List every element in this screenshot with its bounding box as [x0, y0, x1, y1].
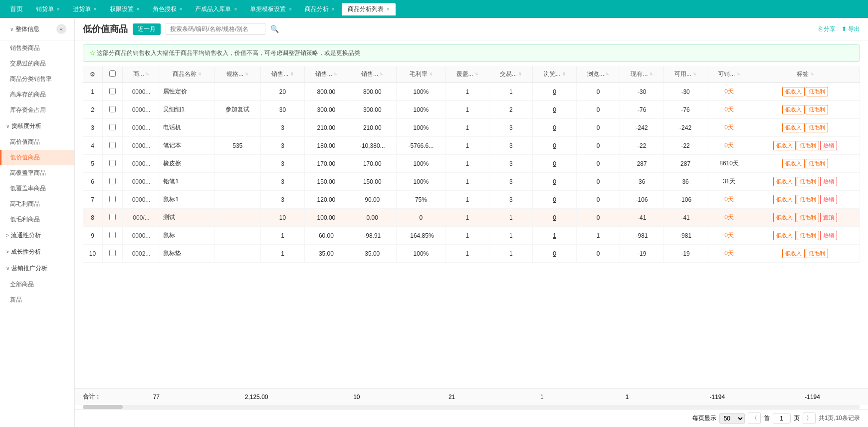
sidebar-section-growth[interactable]: > 成长性分析 — [0, 244, 74, 260]
nav-close-icon[interactable]: × — [180, 6, 183, 12]
row-checkbox[interactable] — [102, 227, 122, 245]
row-checkbox[interactable] — [102, 173, 122, 191]
sidebar-item-low-margin[interactable]: 低毛利商品 — [0, 212, 74, 227]
nav-analysis-list[interactable]: 商品分析列表 × — [342, 3, 396, 15]
row-select-checkbox[interactable] — [109, 142, 116, 148]
row-checkbox[interactable] — [102, 245, 122, 263]
sidebar-section-marketing[interactable]: ∨ 营销推广分析 — [0, 260, 74, 277]
sidebar-item-category-rate[interactable]: 商品分类销售率 — [0, 71, 74, 87]
product-tag: 热销 — [820, 141, 837, 150]
row-select-checkbox[interactable] — [109, 214, 116, 220]
th-tags[interactable]: 标签 ⇅ — [751, 66, 860, 83]
th-available[interactable]: 可用... ⇅ — [663, 66, 707, 83]
row-select-checkbox[interactable] — [109, 124, 116, 130]
row-checkbox[interactable] — [102, 137, 122, 155]
sidebar-item-high-margin[interactable]: 高毛利商品 — [0, 196, 74, 212]
select-all-checkbox[interactable] — [109, 70, 116, 77]
share-btn[interactable]: ⎘ 分享 — [819, 25, 836, 33]
chevron-down-icon: ∨ — [6, 266, 9, 271]
nav-sales[interactable]: 销货单 × — [30, 3, 66, 15]
row-checkbox[interactable] — [102, 209, 122, 227]
th-spec[interactable]: 规格... ⇅ — [215, 66, 261, 83]
row-checkbox[interactable] — [102, 101, 122, 119]
row-s2: 170.00 — [304, 155, 348, 173]
row-checkbox[interactable] — [102, 155, 122, 173]
sidebar-item-high-value[interactable]: 高价值商品 — [0, 134, 74, 150]
nav-roles[interactable]: 角色授权 × — [147, 3, 189, 15]
sidebar-item-low-value[interactable]: 低价值商品 — [0, 150, 74, 165]
nav-home[interactable]: 首页 — [4, 2, 29, 15]
row-browse1[interactable]: 0 — [533, 173, 576, 191]
th-browse1[interactable]: 浏览... ⇅ — [533, 66, 576, 83]
filter-period-btn[interactable]: 近一月 — [133, 23, 161, 35]
nav-close-icon[interactable]: × — [234, 6, 237, 12]
th-sellable[interactable]: 可销... ⇅ — [707, 66, 751, 83]
th-browse2[interactable]: 浏览... ⇅ — [576, 66, 620, 83]
sidebar-section-flow[interactable]: > 流通性分析 — [0, 227, 74, 244]
current-page-input[interactable] — [773, 414, 791, 424]
sidebar-item-low-coverage[interactable]: 低覆盖率商品 — [0, 181, 74, 196]
sidebar-item-traded[interactable]: 交易过的商品 — [0, 56, 74, 71]
row-select-checkbox[interactable] — [109, 196, 116, 202]
sidebar-item-sales-products[interactable]: 销售类商品 — [0, 40, 74, 56]
row-checkbox[interactable] — [102, 83, 122, 101]
nav-close-icon-active[interactable]: × — [387, 6, 390, 12]
nav-close-icon[interactable]: × — [137, 6, 140, 12]
row-browse1[interactable]: 0 — [533, 101, 576, 119]
row-coverage: 1 — [445, 245, 489, 263]
nav-close-icon[interactable]: × — [94, 6, 97, 12]
th-checkbox[interactable] — [102, 66, 122, 83]
row-browse1[interactable]: 0 — [533, 191, 576, 209]
search-icon[interactable]: 🔍 — [270, 25, 279, 33]
row-browse1[interactable]: 0 — [533, 137, 576, 155]
th-settings[interactable]: ⚙ — [83, 66, 102, 83]
nav-product-analysis[interactable]: 商品分析 × — [299, 3, 341, 15]
sidebar-item-all-products[interactable]: 全部商品 — [0, 277, 74, 292]
sidebar-section-contribution[interactable]: ∨ 贡献度分析 — [0, 118, 74, 134]
row-select-checkbox[interactable] — [109, 250, 116, 256]
nav-products-in[interactable]: 产成品入库单 × — [189, 3, 243, 15]
th-current[interactable]: 现有... ⇅ — [620, 66, 663, 83]
th-coverage[interactable]: 覆盖... ⇅ — [445, 66, 489, 83]
th-name[interactable]: 商品名称 ⇅ — [160, 66, 215, 83]
first-page-btn[interactable]: 〈 — [748, 413, 761, 424]
scrollbar-thumb[interactable] — [83, 405, 123, 409]
data-table-wrap[interactable]: ⚙ 商... ⇅ 商品名称 ⇅ 规格... ⇅ 销售... ⇅ 销售... ⇅ … — [75, 66, 868, 388]
nav-close-icon[interactable]: × — [289, 6, 292, 12]
sidebar-section-overall[interactable]: ∨ 整体信息 — [4, 21, 45, 37]
sidebar-item-high-coverage[interactable]: 高覆盖率商品 — [0, 165, 74, 181]
row-select-checkbox[interactable] — [109, 88, 116, 94]
row-select-checkbox[interactable] — [109, 106, 116, 112]
horizontal-scrollbar[interactable] — [83, 405, 860, 409]
sidebar-collapse-btn[interactable]: « — [56, 24, 66, 34]
sidebar-item-high-stock[interactable]: 高库存的商品 — [0, 87, 74, 102]
th-s1[interactable]: 销售... ⇅ — [261, 66, 304, 83]
page-size-select[interactable]: 50 100 200 — [719, 413, 745, 424]
th-code[interactable]: 商... ⇅ — [122, 66, 160, 83]
row-browse1[interactable]: 0 — [533, 119, 576, 137]
nav-close-icon[interactable]: × — [332, 6, 335, 12]
row-browse1[interactable]: 0 — [533, 245, 576, 263]
th-s2[interactable]: 销售... ⇅ — [304, 66, 348, 83]
row-browse1[interactable]: 1 — [533, 227, 576, 245]
th-s3[interactable]: 销售... ⇅ — [348, 66, 397, 83]
export-btn[interactable]: ⬆ 导出 — [842, 25, 860, 33]
nav-permissions[interactable]: 权限设置 × — [104, 3, 146, 15]
row-select-checkbox[interactable] — [109, 160, 116, 166]
th-trade[interactable]: 交易... ⇅ — [489, 66, 533, 83]
row-select-checkbox[interactable] — [109, 232, 116, 238]
row-checkbox[interactable] — [102, 191, 122, 209]
row-browse1[interactable]: 0 — [533, 209, 576, 227]
row-checkbox[interactable] — [102, 119, 122, 137]
th-margin[interactable]: 毛利率 ⇅ — [397, 66, 445, 83]
sidebar-item-new-products[interactable]: 新品 — [0, 292, 74, 308]
nav-purchase[interactable]: 进货单 × — [67, 3, 103, 15]
row-select-checkbox[interactable] — [109, 178, 116, 184]
row-browse1[interactable]: 0 — [533, 155, 576, 173]
nav-templates[interactable]: 单据模板设置 × — [244, 3, 298, 15]
row-browse1[interactable]: 0 — [533, 83, 576, 101]
search-input[interactable] — [166, 23, 265, 35]
next-page-btn[interactable]: 〉 — [803, 413, 816, 424]
sidebar-item-stock-funds[interactable]: 库存资金占用 — [0, 102, 74, 118]
nav-close-icon[interactable]: × — [57, 6, 60, 12]
